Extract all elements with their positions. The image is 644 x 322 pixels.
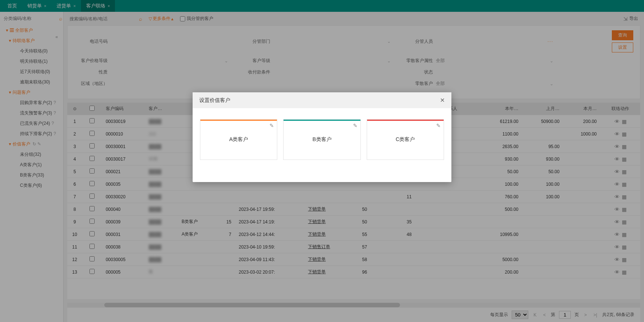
card-class-b[interactable]: ✎B类客户 — [283, 119, 360, 160]
card-class-c[interactable]: ✎C类客户 — [367, 119, 444, 160]
modal-overlay[interactable]: 设置价值客户 ✕ ✎A类客户 ✎B类客户 ✎C类客户 — [0, 0, 644, 322]
modal-body: ✎A类客户 ✎B类客户 ✎C类客户 — [193, 108, 451, 182]
edit-icon[interactable]: ✎ — [436, 123, 441, 129]
edit-icon[interactable]: ✎ — [353, 123, 357, 129]
value-customer-modal: 设置价值客户 ✕ ✎A类客户 ✎B类客户 ✎C类客户 — [193, 92, 451, 182]
edit-icon[interactable]: ✎ — [270, 123, 274, 129]
close-icon[interactable]: ✕ — [440, 97, 445, 104]
modal-title: 设置价值客户 — [199, 97, 230, 104]
modal-header: 设置价值客户 ✕ — [193, 92, 451, 108]
card-class-a[interactable]: ✎A类客户 — [200, 119, 277, 160]
